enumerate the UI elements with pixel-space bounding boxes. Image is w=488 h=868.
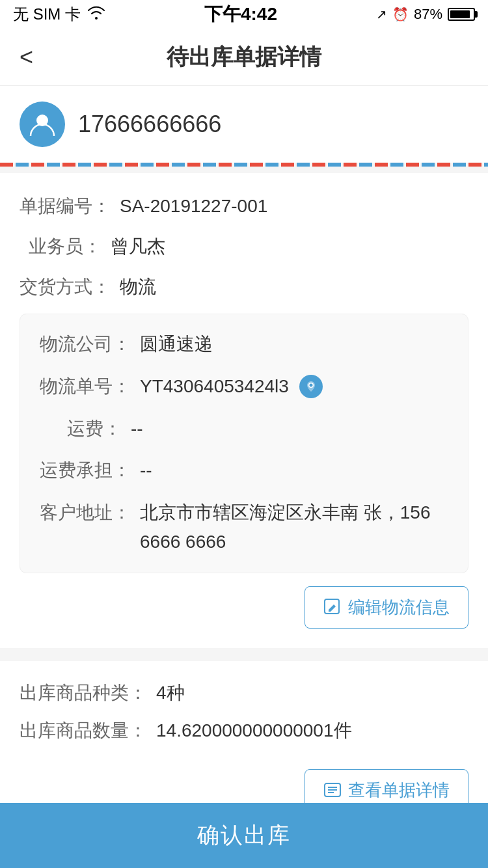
carrier-label: 无 SIM 卡 — [13, 4, 81, 25]
order-no-label: 单据编号： — [20, 193, 120, 220]
logistics-company-row: 物流公司： 圆通速递 — [40, 330, 448, 359]
status-left: 无 SIM 卡 — [13, 4, 105, 25]
tracking-no-label: 物流单号： — [40, 372, 140, 401]
delivery-method-label: 交货方式： — [20, 273, 120, 301]
goods-quantity-label: 出库商品数量： — [20, 718, 156, 743]
status-bar: 无 SIM 卡 下午4:42 ↗ ⏰ 87% — [0, 0, 488, 29]
wifi-icon — [87, 5, 105, 23]
order-no-row: 单据编号： SA-20191227-001 — [20, 193, 468, 220]
customer-phone: 17666666666 — [78, 111, 221, 138]
delivery-method-row: 交货方式： 物流 — [20, 273, 468, 301]
address-value: 北京市市辖区海淀区永丰南 张，156 6666 6666 — [140, 498, 448, 557]
order-no-value: SA-20191227-001 — [120, 193, 468, 220]
battery-icon — [448, 8, 475, 21]
logistics-company-value: 圆通速递 — [140, 330, 448, 359]
freight-bearer-row: 运费承担： -- — [40, 456, 448, 485]
logistics-company-label: 物流公司： — [40, 330, 140, 359]
sales-person-label: 业务员： — [20, 233, 111, 260]
tracking-no-row: 物流单号： YT43064053424l3 — [40, 372, 448, 401]
freight-label: 运费： — [40, 414, 131, 444]
edit-logistics-area: 编辑物流信息 — [20, 573, 468, 635]
svg-point-2 — [309, 384, 312, 387]
address-row: 客户地址： 北京市市辖区海淀区永丰南 张，156 6666 6666 — [40, 498, 448, 557]
section-divider — [0, 648, 488, 661]
goods-quantity-row: 出库商品数量： 14.620000000000001件 — [20, 718, 468, 743]
nav-bar: < 待出库单据详情 — [0, 29, 488, 86]
freight-row: 运费： -- — [40, 414, 448, 444]
page-title: 待出库单据详情 — [59, 42, 429, 72]
confirm-button-label: 确认出库 — [197, 821, 291, 850]
location-status-icon: ↗ — [376, 7, 387, 22]
delivery-method-value: 物流 — [120, 273, 468, 301]
goods-type-row: 出库商品种类： 4种 — [20, 681, 468, 705]
freight-bearer-label: 运费承担： — [40, 456, 140, 485]
goods-quantity-value: 14.620000000000001件 — [156, 718, 468, 743]
customer-section: 17666666666 — [0, 86, 488, 163]
confirm-button[interactable]: 确认出库 — [0, 803, 488, 868]
edit-icon — [323, 598, 342, 616]
battery-percent: 87% — [414, 6, 442, 23]
freight-bearer-value: -- — [140, 456, 448, 485]
freight-value: -- — [131, 414, 448, 444]
order-info-section: 单据编号： SA-20191227-001 业务员： 曾凡杰 交货方式： 物流 … — [0, 173, 488, 648]
tracking-location-icon[interactable] — [299, 375, 323, 398]
alarm-icon: ⏰ — [392, 7, 409, 22]
list-icon — [323, 781, 342, 799]
sales-person-value: 曾凡杰 — [111, 233, 468, 260]
goods-type-label: 出库商品种类： — [20, 681, 156, 705]
logistics-card: 物流公司： 圆通速递 物流单号： YT43064053424l3 — [20, 314, 468, 573]
edit-logistics-button[interactable]: 编辑物流信息 — [305, 586, 468, 629]
back-button[interactable]: < — [20, 44, 59, 71]
address-label: 客户地址： — [40, 498, 140, 528]
tracking-no-value: YT43064053424l3 — [140, 372, 448, 401]
goods-type-value: 4种 — [156, 681, 468, 705]
avatar — [20, 102, 65, 147]
dashed-divider — [0, 163, 488, 167]
sales-person-row: 业务员： 曾凡杰 — [20, 233, 468, 260]
status-right: ↗ ⏰ 87% — [376, 6, 475, 23]
status-time: 下午4:42 — [204, 2, 277, 27]
